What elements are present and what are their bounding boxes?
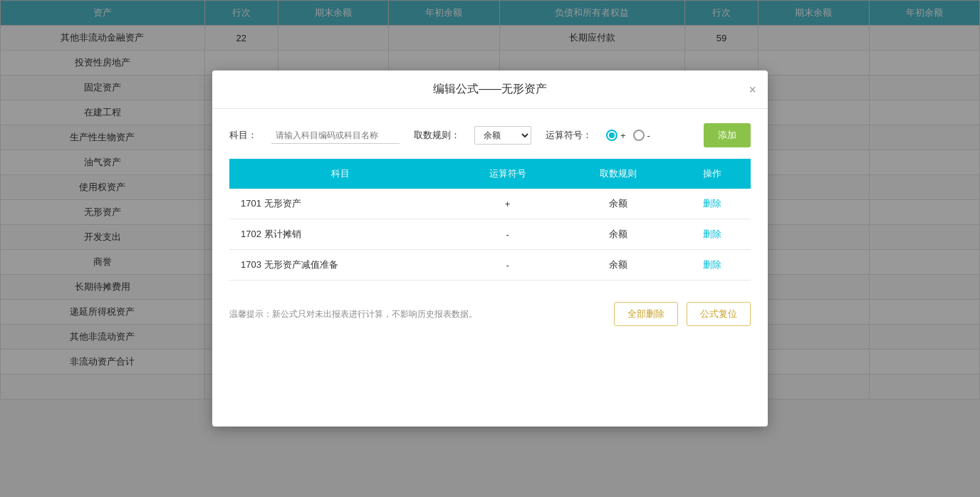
delete-link[interactable]: 删除 [703,229,721,239]
formula-operator: + [452,189,563,219]
footer-buttons: 全部删除 公式复位 [614,302,751,326]
formula-row: 1701 无形资产 + 余额 删除 [229,189,751,219]
radio-minus-circle [633,130,645,141]
subject-input[interactable] [271,127,400,144]
formula-rule: 余额 [563,219,674,250]
modal-dialog: 编辑公式——无形资产 × 科目： 取数规则： 余额 运算符号： + [212,70,768,427]
subject-label: 科目： [229,129,257,142]
table-header-row: 科目 运算符号 取数规则 操作 [229,159,751,189]
formula-operator: - [452,250,563,281]
formula-row: 1703 无形资产减值准备 - 余额 删除 [229,250,751,281]
form-row: 科目： 取数规则： 余额 运算符号： + - 添 [212,109,768,159]
radio-minus[interactable]: - [633,130,650,141]
th-action: 操作 [674,159,751,189]
page-container: 资产 行次 期末余额 年初余额 负债和所有者权益 行次 期末余额 年初余额 其他… [0,0,980,497]
delete-all-button[interactable]: 全部删除 [614,302,678,326]
radio-plus-label: + [620,130,626,141]
formula-subject: 1701 无形资产 [229,189,452,219]
operator-radio-group: + - [606,130,650,141]
formula-action[interactable]: 删除 [674,219,751,250]
rule-select[interactable]: 余额 [474,126,531,145]
th-operator: 运算符号 [452,159,563,189]
radio-plus-circle [606,130,617,141]
formula-subject: 1703 无形资产减值准备 [229,250,452,281]
add-button[interactable]: 添加 [704,123,751,147]
modal-overlay: 编辑公式——无形资产 × 科目： 取数规则： 余额 运算符号： + [0,0,980,497]
formula-table: 科目 运算符号 取数规则 操作 1701 无形资产 + 余额 删除 1702 累… [229,159,751,281]
rule-select-wrap: 余额 [474,126,531,145]
th-subject: 科目 [229,159,452,189]
formula-operator: - [452,219,563,250]
delete-link[interactable]: 删除 [703,198,721,209]
radio-minus-label: - [647,130,650,141]
formula-action[interactable]: 删除 [674,250,751,281]
th-rule: 取数规则 [563,159,674,189]
delete-link[interactable]: 删除 [703,259,721,270]
modal-header: 编辑公式——无形资产 × [212,70,768,109]
operator-label: 运算符号： [546,129,592,142]
modal-close-button[interactable]: × [749,83,756,96]
formula-rule: 余额 [563,250,674,281]
modal-title: 编辑公式——无形资产 [433,83,547,95]
formula-subject: 1702 累计摊销 [229,219,452,250]
rule-label: 取数规则： [414,129,460,142]
footer-tip: 温馨提示：新公式只对未出报表进行计算，不影响历史报表数据。 [229,308,477,320]
data-table-wrap: 科目 运算符号 取数规则 操作 1701 无形资产 + 余额 删除 1702 累… [229,159,751,281]
formula-action[interactable]: 删除 [674,189,751,219]
modal-footer: 温馨提示：新公式只对未出报表进行计算，不影响历史报表数据。 全部删除 公式复位 [212,288,768,326]
formula-rule: 余额 [563,189,674,219]
radio-plus[interactable]: + [606,130,626,141]
formula-row: 1702 累计摊销 - 余额 删除 [229,219,751,250]
reset-formula-button[interactable]: 公式复位 [687,302,751,326]
